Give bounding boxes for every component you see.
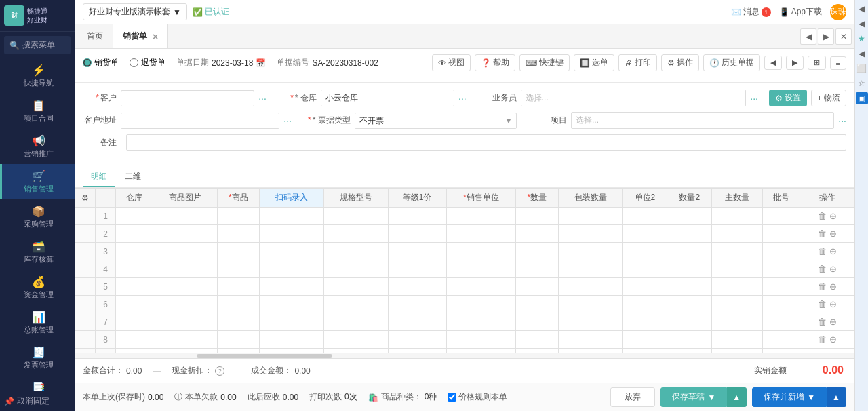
row-qty2[interactable] — [667, 243, 712, 260]
row-batch[interactable] — [763, 313, 800, 331]
row-batch[interactable] — [763, 296, 800, 313]
invoice-select[interactable]: 不开票 普通发票 增值税专票 — [355, 113, 517, 129]
row-warehouse[interactable] — [116, 225, 153, 243]
row-sale-unit[interactable] — [446, 243, 516, 260]
row-spec[interactable] — [323, 260, 388, 278]
note-input[interactable] — [126, 134, 846, 151]
row-batch[interactable] — [763, 208, 800, 225]
address-input[interactable] — [121, 113, 279, 129]
row-delete-btn[interactable]: 🗑 — [818, 264, 827, 274]
row-pack-qty[interactable] — [558, 296, 623, 313]
right-panel-icon-1[interactable]: ◀ — [856, 3, 868, 15]
table-row[interactable]: 5 🗑 ⊕ — [75, 278, 854, 296]
row-scan[interactable] — [260, 243, 324, 260]
row-batch[interactable] — [763, 331, 800, 349]
save-draft-arrow-button[interactable]: ▲ — [727, 387, 747, 407]
row-copy-btn[interactable]: ⊕ — [829, 299, 837, 309]
row-spec[interactable] — [323, 278, 388, 296]
row-main-qty[interactable] — [712, 243, 763, 260]
company-selector[interactable]: 好业财专业版演示帐套 ▼ — [83, 3, 187, 20]
toolbar-nav-prev[interactable]: ◀ — [764, 56, 782, 70]
row-product[interactable] — [217, 243, 260, 260]
row-delete-btn[interactable]: 🗑 — [818, 299, 827, 309]
row-product-img[interactable] — [153, 278, 217, 296]
row-copy-btn[interactable]: ⊕ — [829, 264, 837, 274]
row-unit2[interactable] — [623, 278, 667, 296]
row-spec[interactable] — [323, 313, 388, 331]
row-price1[interactable] — [388, 260, 446, 278]
row-unit2[interactable] — [623, 313, 667, 331]
radio-return-order[interactable]: 退货单 — [130, 57, 165, 68]
row-product[interactable] — [217, 313, 260, 331]
warehouse-input[interactable]: 小云仓库 — [321, 90, 454, 106]
row-spec[interactable] — [323, 225, 388, 243]
row-sale-unit[interactable] — [446, 296, 516, 313]
row-product[interactable] — [217, 296, 260, 313]
row-qty[interactable] — [516, 225, 559, 243]
sidebar-search[interactable]: 🔍 搜索菜单 — [4, 36, 71, 54]
tab-close-all-btn[interactable]: ✕ — [835, 28, 852, 45]
right-panel-icon-4[interactable]: ◀ — [856, 47, 868, 60]
app-download-action[interactable]: 📱 App下载 — [779, 6, 822, 18]
row-spec[interactable] — [323, 243, 388, 260]
table-row[interactable]: 7 🗑 ⊕ — [75, 313, 854, 331]
message-action[interactable]: ✉️ 消息 1 — [731, 6, 771, 18]
row-delete-btn[interactable]: 🗑 — [818, 281, 827, 292]
row-sale-unit[interactable] — [446, 225, 516, 243]
row-scan[interactable] — [260, 331, 324, 349]
sidebar-item-quick[interactable]: ⚡ 快捷导航 — [0, 58, 75, 94]
row-warehouse[interactable] — [116, 296, 153, 313]
row-spec[interactable] — [323, 208, 388, 225]
row-batch[interactable] — [763, 278, 800, 296]
right-panel-icon-7[interactable]: ▣ — [856, 92, 868, 104]
row-main-qty[interactable] — [712, 313, 763, 331]
row-main-qty[interactable] — [712, 260, 763, 278]
row-main-qty[interactable] — [712, 225, 763, 243]
right-panel-icon-6[interactable]: ☆ — [856, 77, 868, 90]
row-price1[interactable] — [388, 313, 446, 331]
row-sale-unit[interactable] — [446, 260, 516, 278]
row-qty[interactable] — [516, 331, 559, 349]
row-price1[interactable] — [388, 296, 446, 313]
row-pack-qty[interactable] — [558, 313, 623, 331]
tab-prev-btn[interactable]: ◀ — [800, 28, 816, 45]
th-settings[interactable]: ⚙ — [75, 189, 96, 208]
actual-amount-input[interactable] — [792, 363, 846, 378]
tab-sales-order[interactable]: 销货单 × — [113, 24, 168, 48]
tab-next-btn[interactable]: ▶ — [818, 28, 834, 45]
table-row[interactable]: 6 🗑 ⊕ — [75, 296, 854, 313]
row-scan[interactable] — [260, 296, 324, 313]
row-batch[interactable] — [763, 243, 800, 260]
row-product-img[interactable] — [153, 208, 217, 225]
project-input[interactable]: 选择... — [571, 112, 834, 129]
row-warehouse[interactable] — [116, 331, 153, 349]
row-qty2[interactable] — [667, 313, 712, 331]
row-warehouse[interactable] — [116, 313, 153, 331]
row-qty2[interactable] — [667, 208, 712, 225]
table-row[interactable]: 2 🗑 ⊕ — [75, 225, 854, 243]
row-sale-unit[interactable] — [446, 313, 516, 331]
row-scan[interactable] — [260, 260, 324, 278]
row-product[interactable] — [217, 260, 260, 278]
row-qty[interactable] — [516, 278, 559, 296]
table-row[interactable]: 3 🗑 ⊕ — [75, 243, 854, 260]
sidebar-item-purchase[interactable]: 📦 采购管理 — [0, 199, 75, 235]
row-unit2[interactable] — [623, 331, 667, 349]
row-qty[interactable] — [516, 260, 559, 278]
sidebar-item-inventory[interactable]: 🗃️ 库存核算 — [0, 235, 75, 270]
right-panel-icon-2[interactable]: ◀ — [856, 18, 868, 30]
row-delete-btn[interactable]: 🗑 — [818, 334, 827, 345]
row-batch[interactable] — [763, 260, 800, 278]
abandon-button[interactable]: 放弃 — [610, 387, 655, 407]
price-rule-input[interactable] — [448, 393, 456, 402]
row-unit2[interactable] — [623, 260, 667, 278]
radio-sales-input[interactable] — [83, 58, 92, 67]
project-more-icon[interactable]: ··· — [838, 115, 846, 126]
row-pack-qty[interactable] — [558, 278, 623, 296]
row-main-qty[interactable] — [712, 208, 763, 225]
address-more-icon[interactable]: ··· — [283, 115, 292, 126]
row-scan[interactable] — [260, 313, 324, 331]
row-pack-qty[interactable] — [558, 243, 623, 260]
row-batch[interactable] — [763, 225, 800, 243]
row-qty2[interactable] — [667, 331, 712, 349]
